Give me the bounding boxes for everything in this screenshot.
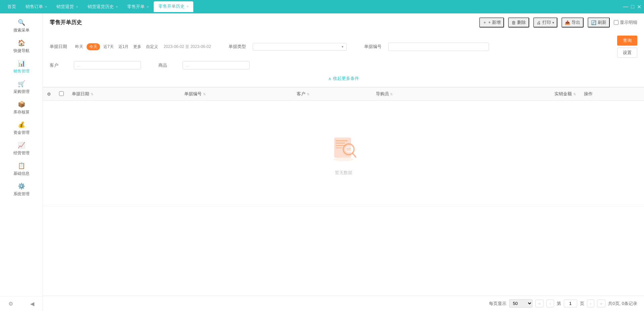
sidebar: 🔍 搜索采单 🏠 快捷导航 📊 销售管理 🛒 采购管理 📦 库存核算 💰 资金管… (0, 13, 43, 311)
tab-sales-return[interactable]: 销货退货 × (52, 1, 83, 12)
delete-label: 删除 (517, 19, 526, 25)
col-salesperson[interactable]: 导购员 ⇅ (372, 88, 467, 101)
sidebar-item-sales-label: 销售管理 (13, 68, 30, 74)
display-toggle[interactable]: 显示明细 (614, 19, 637, 25)
doc-num-input[interactable] (388, 43, 489, 51)
tab-retail-open-history-close[interactable]: × (187, 4, 189, 8)
filter-row-1: 单据日期 昨天 今天 近7天 近1月 更多 自定义 2023-06-02 至 2… (50, 36, 637, 58)
display-checkbox[interactable] (614, 20, 618, 25)
query-button[interactable]: 查询 (617, 36, 637, 46)
sidebar-settings-icon[interactable]: ⚙ (8, 301, 13, 307)
col-settings[interactable]: ⚙ (43, 88, 55, 101)
page-input[interactable] (564, 300, 577, 307)
tab-retail-open[interactable]: 零售开单 × (122, 1, 153, 12)
tab-retail-open-close[interactable]: × (147, 5, 149, 9)
sidebar-item-basic[interactable]: 📋 基础信息 (0, 159, 43, 179)
tab-sales-return-history-close[interactable]: × (116, 5, 118, 9)
gear-icon: ⚙️ (18, 183, 25, 190)
sidebar-item-system-label: 系统管理 (13, 191, 30, 197)
close-button[interactable]: ✕ (637, 4, 641, 10)
tab-retail-open-history[interactable]: 零售开单历史 × (154, 1, 193, 12)
tab-sales-return-close[interactable]: × (76, 5, 78, 9)
col-doc-date-label: 单据日期 (72, 91, 89, 96)
sidebar-item-purchase[interactable]: 🛒 采购管理 (0, 77, 43, 97)
pagination: 每页显示 10 20 50 100 « ‹ 第 页 › » 共0页, 0条记录 (43, 296, 644, 311)
collapse-button[interactable]: ∧ 收起更多条件 (324, 74, 363, 83)
sidebar-item-sales[interactable]: 📊 销售管理 (0, 56, 43, 77)
col-doc-num[interactable]: 单据编号 ⇅ (180, 88, 293, 101)
date-last-month[interactable]: 近1月 (117, 43, 130, 50)
settings-button[interactable]: 设置 (617, 48, 637, 58)
date-more[interactable]: 更多 (132, 43, 143, 50)
filter-area: 单据日期 昨天 今天 近7天 近1月 更多 自定义 2023-06-02 至 2… (50, 32, 637, 87)
empty-row: 暂无数据 (43, 101, 644, 206)
sidebar-item-purchase-label: 采购管理 (13, 89, 30, 95)
toolbar: ＋ + 新增 🗑 删除 🖨 打印 ▾ 📤 导出 (479, 17, 637, 28)
table-container: ⚙ 单据日期 ⇅ 单据编号 ⇅ 客户 (43, 87, 644, 296)
sidebar-item-basic-label: 基础信息 (13, 171, 30, 176)
tab-home[interactable]: 首页 (3, 1, 21, 12)
table-head: ⚙ 单据日期 ⇅ 单据编号 ⇅ 客户 (43, 88, 644, 101)
col-customer-sort: ⇅ (307, 92, 309, 96)
sidebar-item-operation[interactable]: 📈 经营管理 (0, 138, 43, 159)
delete-icon: 🗑 (511, 20, 516, 25)
sidebar-item-system[interactable]: ⚙️ 系统管理 (0, 179, 43, 200)
export-button[interactable]: 📤 导出 (561, 17, 584, 28)
col-checkbox[interactable] (55, 88, 68, 101)
maximize-button[interactable]: □ (631, 4, 634, 10)
sidebar-item-search[interactable]: 🔍 搜索采单 (0, 16, 43, 36)
window-controls: — □ ✕ (623, 4, 641, 10)
customer-input[interactable]: ... (74, 61, 141, 69)
select-all-checkbox[interactable] (59, 91, 64, 96)
sidebar-item-finance[interactable]: 💰 资金管理 (0, 118, 43, 138)
svg-line-8 (352, 153, 356, 157)
page-total: 共0页, 0条记录 (608, 301, 637, 307)
chart-icon: 📊 (18, 60, 25, 67)
sidebar-item-inventory[interactable]: 📦 库存核算 (0, 97, 43, 118)
add-icon: ＋ (483, 19, 487, 25)
col-doc-num-sort: ⇅ (203, 92, 206, 96)
goods-input[interactable]: ... (183, 61, 250, 69)
date-filter-label: 单据日期 (50, 44, 70, 50)
sidebar-item-quick-nav[interactable]: 🏠 快捷导航 (0, 36, 43, 56)
page-size-select[interactable]: 10 20 50 100 (509, 299, 533, 308)
filter-collapse-row: ∧ 收起更多条件 (50, 73, 637, 83)
col-customer[interactable]: 客户 ⇅ (293, 88, 372, 101)
collapse-up-icon: ∧ (328, 76, 332, 81)
col-amount-sort: ⇅ (573, 92, 576, 96)
next-page-button[interactable]: › (587, 300, 594, 307)
sidebar-collapse-icon[interactable]: ◀ (30, 301, 34, 307)
tab-sales-return-history[interactable]: 销货退货历史 × (83, 1, 122, 12)
prev-page-button[interactable]: ‹ (546, 300, 554, 307)
col-amount[interactable]: 实销金额 ⇅ (467, 88, 580, 101)
home-icon: 🏠 (18, 39, 25, 47)
add-label: + 新增 (488, 19, 501, 25)
money-icon: 💰 (18, 121, 25, 128)
add-button[interactable]: ＋ + 新增 (479, 17, 504, 28)
page-title-row: 零售开单历史 ＋ + 新增 🗑 删除 🖨 打印 ▾ (50, 17, 637, 28)
first-page-button[interactable]: « (535, 300, 544, 307)
tab-sales-order[interactable]: 销售订单 × (21, 1, 52, 12)
last-page-button[interactable]: » (597, 300, 605, 307)
date-custom[interactable]: 自定义 (145, 43, 159, 50)
doc-type-select[interactable]: ▾ (253, 43, 347, 51)
date-yesterday[interactable]: 昨天 (74, 43, 85, 50)
svg-point-7 (345, 146, 352, 153)
col-action-label: 操作 (584, 91, 593, 96)
trending-icon: 📈 (18, 142, 25, 149)
col-salesperson-sort: ⇅ (390, 92, 393, 96)
tab-sales-order-close[interactable]: × (45, 5, 47, 9)
sidebar-item-finance-label: 资金管理 (13, 130, 30, 136)
delete-button[interactable]: 🗑 删除 (508, 17, 529, 28)
print-button[interactable]: 🖨 打印 ▾ (533, 17, 557, 28)
col-customer-label: 客户 (297, 91, 305, 96)
col-doc-date[interactable]: 单据日期 ⇅ (68, 88, 180, 101)
display-label: 显示明细 (620, 19, 637, 25)
cart-icon: 🛒 (18, 80, 25, 88)
date-last7[interactable]: 近7天 (102, 43, 115, 50)
minimize-button[interactable]: — (623, 4, 628, 10)
date-today[interactable]: 今天 (87, 43, 100, 50)
print-dropdown-icon: ▾ (552, 21, 554, 24)
sidebar-item-operation-label: 经营管理 (13, 150, 30, 156)
refresh-button[interactable]: 🔄 刷新 (588, 17, 610, 28)
